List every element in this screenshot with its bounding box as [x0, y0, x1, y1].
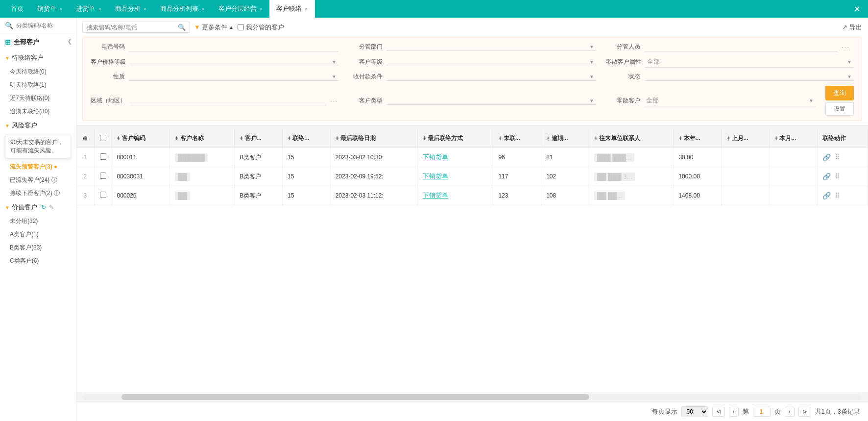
contact-icon[interactable]: 🔗 — [822, 153, 831, 161]
sidebar-group-pending[interactable]: ▼ 待联络客户 — [0, 50, 76, 65]
filter-customer-type: 客户类型 ▼ — [348, 86, 596, 116]
last-method-link[interactable]: 下销货单 — [423, 173, 448, 180]
nav-product-analysis[interactable]: 商品分析 × — [108, 0, 153, 18]
settings-button[interactable]: 设置 — [825, 102, 854, 116]
table-wrap: ⚙ + 客户编码 + 客户名称 + 客户... + 联络... + 最后联络日期… — [76, 129, 868, 392]
close-segment-tab[interactable]: × — [260, 6, 263, 12]
row-last-method[interactable]: 下销货单 — [417, 167, 493, 186]
sidebar-item-7days[interactable]: 近7天待联络(0) — [0, 92, 76, 105]
contact-icon[interactable]: 🔗 — [822, 192, 831, 199]
contact-icon[interactable]: 🔗 — [822, 173, 831, 180]
close-contact-tab[interactable]: × — [305, 6, 308, 12]
row-last-month — [722, 167, 770, 186]
close-product-analysis-tab[interactable]: × — [144, 6, 146, 12]
last-page-btn[interactable]: ⊳ — [798, 407, 811, 417]
customer-type-select[interactable]: ▼ — [386, 97, 596, 105]
retail-attr-select[interactable]: 全部 ▼ — [645, 56, 854, 68]
main-search-icon[interactable]: 🔍 — [178, 24, 186, 31]
sidebar-item-today[interactable]: 今天待联络(0) — [0, 65, 76, 78]
row-checkbox[interactable] — [100, 173, 106, 179]
page-input[interactable] — [753, 407, 771, 417]
window-close-button[interactable]: ✕ — [850, 4, 864, 14]
sidebar-item-ungroup[interactable]: 未分组(32) — [0, 215, 76, 228]
collapse-sidebar-icon[interactable]: 《 — [65, 38, 71, 47]
sidebar-item-churned[interactable]: 已流失客户(24) ⓘ — [0, 173, 76, 187]
col-last-month: + 上月... — [722, 129, 770, 148]
customer-level-select[interactable]: ▼ — [386, 58, 596, 66]
sidebar-group-value[interactable]: ▼ 价值客户 ↻ ✎ — [0, 200, 76, 215]
col-name: + 客户名称 — [170, 129, 235, 148]
row-last-date: 2023-02-03 11:12: — [330, 186, 417, 205]
filter-price-level: 客户价格等级 ▼ — [91, 56, 338, 68]
row-last-method[interactable]: 下销货单 — [417, 186, 493, 205]
manager-input[interactable] — [644, 42, 838, 51]
horizontal-scrollbar[interactable] — [82, 394, 862, 400]
nav-product-list[interactable]: 商品分析列表 × — [153, 0, 211, 18]
first-page-btn[interactable]: ⊲ — [712, 407, 725, 417]
row-code: 000026 — [112, 186, 170, 205]
col-settings[interactable]: ⚙ — [76, 129, 94, 148]
nav-customer-segment[interactable]: 客户分层经营 × — [212, 0, 269, 18]
row-contact-count: 15 — [282, 167, 330, 186]
nature-chevron: ▼ — [332, 74, 337, 79]
more-conditions-btn[interactable]: ▼ 更多条件 ▲ — [194, 23, 234, 32]
sidebar-search-input[interactable] — [16, 22, 71, 29]
last-method-link[interactable]: 下销货单 — [423, 153, 448, 161]
export-button[interactable]: ↗ 导出 — [842, 23, 862, 32]
close-product-list-tab[interactable]: × — [201, 6, 204, 12]
nav-customer-contact[interactable]: 客户联络 × — [269, 0, 314, 18]
status-select[interactable]: ▼ — [644, 73, 854, 81]
next-page-btn[interactable]: › — [785, 407, 795, 417]
table-row: 1 000011 ██████ B类客户 15 2023-03-02 10:30… — [76, 148, 868, 167]
my-customers-checkbox[interactable] — [238, 24, 244, 30]
edit-value-icon[interactable]: ✎ — [49, 204, 54, 211]
close-sales-tab[interactable]: × — [59, 6, 62, 12]
sidebar-item-overdue[interactable]: 逾期未联络(30) — [0, 105, 76, 118]
row-contact-count: 15 — [282, 186, 330, 205]
region-dots[interactable]: ··· — [330, 97, 338, 104]
main-search-input[interactable] — [87, 24, 175, 31]
nav-purchase[interactable]: 进货单 × — [69, 0, 108, 18]
dept-select[interactable]: ▼ — [386, 43, 596, 51]
select-all-checkbox[interactable] — [100, 135, 106, 141]
page-label: 第 — [743, 407, 749, 416]
page-size-select[interactable]: 50 20 100 — [681, 406, 708, 417]
phone-input[interactable] — [129, 42, 338, 51]
more-action-icon[interactable]: ⠿ — [835, 153, 840, 161]
retail-select[interactable]: 全部 ▼ — [644, 95, 816, 106]
manager-dots[interactable]: ··· — [842, 43, 850, 50]
region-input[interactable] — [130, 96, 326, 105]
row-contact-count: 15 — [282, 148, 330, 167]
sidebar-item-tomorrow[interactable]: 明天待联络(1) — [0, 78, 76, 92]
sidebar-item-b-class[interactable]: B类客户(33) — [0, 241, 76, 254]
more-action-icon[interactable]: ⠿ — [835, 173, 840, 180]
payment-select[interactable]: ▼ — [386, 73, 596, 81]
close-purchase-tab[interactable]: × — [98, 6, 101, 12]
row-last-method[interactable]: 下销货单 — [417, 148, 493, 167]
row-checkbox-cell[interactable] — [94, 148, 112, 167]
row-checkbox[interactable] — [100, 192, 106, 198]
row-checkbox-cell[interactable] — [94, 186, 112, 205]
row-num: 3 — [76, 186, 94, 205]
last-method-link[interactable]: 下销货单 — [423, 192, 448, 199]
col-checkbox[interactable] — [94, 129, 112, 148]
more-action-icon[interactable]: ⠿ — [835, 192, 840, 199]
sidebar-item-churn-warning[interactable]: 流失预警客户(3) ● — [0, 160, 76, 173]
row-checkbox[interactable] — [100, 153, 106, 160]
arrow-risk: ▼ — [5, 123, 10, 128]
query-button[interactable]: 查询 — [825, 86, 854, 100]
nature-select[interactable]: ▼ — [129, 73, 338, 81]
customer-level-label: 客户等级 — [348, 58, 383, 66]
refresh-value-icon[interactable]: ↻ — [41, 204, 46, 211]
prev-page-btn[interactable]: ‹ — [729, 407, 739, 417]
sidebar-item-declining[interactable]: 持续下滑客户(2) ⓘ — [0, 187, 76, 200]
sidebar-item-c-class[interactable]: C类客户(6) — [0, 254, 76, 268]
row-actions: 🔗 ⠿ — [817, 167, 868, 186]
nav-home[interactable]: 首页 — [4, 0, 30, 18]
price-level-select[interactable]: ▼ — [130, 58, 338, 66]
sidebar-item-a-class[interactable]: A类客户(1) — [0, 228, 76, 241]
nav-sales[interactable]: 销货单 × — [30, 0, 69, 18]
my-customers-check[interactable]: 我分管的客户 — [238, 23, 284, 32]
row-checkbox-cell[interactable] — [94, 167, 112, 186]
sidebar-group-risk[interactable]: ▼ 风险客户 — [0, 118, 76, 133]
